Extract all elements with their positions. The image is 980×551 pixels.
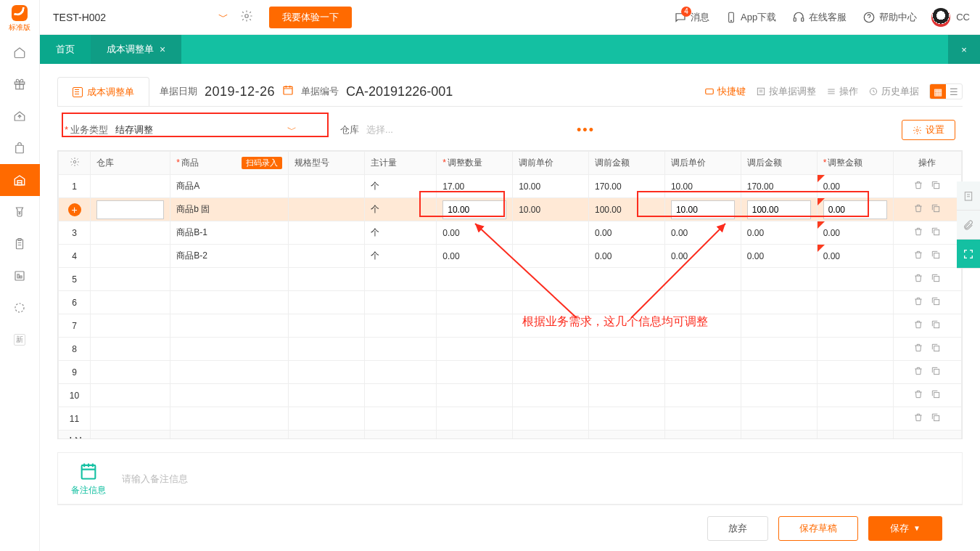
left-sidebar: 标准版 新 (0, 0, 40, 551)
delete-icon[interactable] (913, 366, 923, 378)
delete-icon[interactable] (913, 343, 923, 355)
copy-icon[interactable] (931, 343, 941, 355)
save-draft-button[interactable]: 保存草稿 (778, 516, 858, 541)
copy-icon[interactable] (931, 412, 941, 425)
nav-gift-icon[interactable] (0, 68, 40, 100)
table-row[interactable]: + 商品b 固个 10.00100.00 (59, 198, 962, 221)
post-amt-input[interactable] (747, 200, 811, 219)
remark-icon: 备注信息 (71, 461, 106, 497)
nav-new-icon[interactable]: 新 (0, 324, 40, 356)
customer-service-link[interactable]: 在线客服 (792, 11, 847, 24)
col-gear[interactable] (59, 152, 91, 175)
business-type-field[interactable]: *业务类型 结存调整﹀ (65, 120, 297, 140)
table-row[interactable]: 10 (59, 384, 962, 407)
svg-point-19 (73, 160, 76, 163)
table-row[interactable]: 6 (59, 291, 962, 314)
svg-rect-6 (15, 272, 24, 280)
perdoc-link[interactable]: 按单据调整 (756, 85, 816, 98)
table-row[interactable]: 4商品B-2个 0.000.00 0.000.000.00 (59, 245, 962, 268)
shortcut-link[interactable]: 快捷键 (704, 85, 746, 98)
discard-button[interactable]: 放弃 (707, 516, 768, 541)
date-label: 单据日期 (160, 85, 197, 98)
copy-icon[interactable] (931, 226, 941, 239)
more-icon[interactable]: ••• (577, 123, 595, 138)
delete-icon[interactable] (913, 180, 923, 192)
view-card-icon[interactable]: ▦ (930, 84, 946, 99)
nav-bag-icon[interactable] (0, 132, 40, 164)
svg-rect-20 (934, 184, 939, 189)
delete-icon[interactable] (913, 203, 923, 216)
svg-rect-23 (934, 253, 939, 258)
scan-tag[interactable]: 扫码录入 (242, 157, 282, 169)
qty-input[interactable] (442, 200, 506, 219)
remark-input[interactable] (122, 468, 949, 489)
svg-rect-26 (934, 323, 939, 328)
copy-icon[interactable] (931, 296, 941, 309)
chevron-down-icon: ﹀ (287, 123, 297, 136)
nav-clipboard-icon[interactable] (0, 228, 40, 260)
messages-link[interactable]: 消息 4 (674, 11, 709, 24)
right-toolbar (957, 181, 980, 269)
remark-section: 备注信息 (57, 452, 963, 505)
table-row[interactable]: 3商品B-1个 0.000.00 0.000.000.00 (59, 221, 962, 245)
date-value[interactable]: 2019-12-26 (205, 84, 275, 99)
delete-icon[interactable] (913, 226, 923, 239)
table-row[interactable]: 7 (59, 314, 962, 338)
delete-icon[interactable] (913, 250, 923, 262)
delete-icon[interactable] (913, 412, 923, 425)
copy-icon[interactable] (931, 250, 941, 262)
nav-money-icon[interactable] (0, 196, 40, 228)
help-link[interactable]: 帮助中心 (862, 11, 917, 24)
nav-upload-icon[interactable] (0, 100, 40, 132)
table-row[interactable]: 5 (59, 268, 962, 291)
view-list-icon[interactable]: ☰ (946, 84, 962, 99)
wh-input[interactable] (96, 200, 164, 219)
trial-button[interactable]: 我要体验一下 (269, 7, 352, 28)
view-toggle[interactable]: ▦ ☰ (929, 83, 963, 99)
tab-cost-adjust[interactable]: 成本调整单× (91, 35, 181, 64)
rb-note-icon[interactable] (957, 181, 980, 211)
nav-sync-icon[interactable] (0, 292, 40, 324)
save-button[interactable]: 保存▼ (868, 516, 942, 541)
topbar: TEST-H002﹀ 我要体验一下 消息 4 App下载 在线客服 (40, 0, 980, 35)
svg-rect-24 (934, 277, 939, 282)
calendar-icon[interactable] (282, 84, 294, 99)
nav-home-icon[interactable] (0, 36, 40, 68)
rb-attach-icon[interactable] (957, 211, 980, 240)
history-link[interactable]: 历史单据 (868, 85, 919, 98)
copy-icon[interactable] (931, 273, 941, 285)
settings-button[interactable]: 设置 (902, 120, 955, 140)
adj-amt-input[interactable] (823, 200, 887, 219)
delete-icon[interactable] (913, 296, 923, 309)
tab-home[interactable]: 首页 (40, 35, 91, 64)
org-settings-icon[interactable] (240, 9, 253, 25)
tab-close-all[interactable]: × (948, 35, 980, 64)
delete-icon[interactable] (913, 389, 923, 401)
table-row[interactable]: 1商品A个 17.0010.00170.00 10.00170.000.00 (59, 175, 962, 198)
post-price-input[interactable] (671, 200, 735, 219)
logo: 标准版 (5, 4, 34, 33)
app-download-link[interactable]: App下载 (725, 11, 776, 24)
svg-rect-11 (794, 17, 796, 21)
user-avatar[interactable] (931, 8, 950, 27)
warehouse-field[interactable]: 仓库 选择... (340, 120, 548, 140)
add-row-icon[interactable]: + (68, 203, 81, 216)
nav-warehouse-icon[interactable] (0, 164, 40, 196)
copy-icon[interactable] (931, 389, 941, 401)
table-row[interactable]: 9 (59, 361, 962, 384)
tab-close-icon[interactable]: × (160, 44, 165, 55)
table-row[interactable]: 11 (59, 407, 962, 430)
copy-icon[interactable] (931, 366, 941, 378)
nav-report-icon[interactable] (0, 260, 40, 292)
rb-expand-icon[interactable] (957, 240, 980, 269)
copy-icon[interactable] (931, 180, 941, 192)
copy-icon[interactable] (931, 203, 941, 216)
op-link[interactable]: 操作 (826, 85, 858, 98)
doc-tab[interactable]: 成本调整单 (57, 77, 149, 106)
svg-rect-22 (934, 230, 939, 235)
copy-icon[interactable] (931, 319, 941, 332)
table-row[interactable]: 8 (59, 338, 962, 361)
org-selector[interactable]: TEST-H002﹀ (53, 7, 234, 28)
delete-icon[interactable] (913, 319, 923, 332)
delete-icon[interactable] (913, 273, 923, 285)
